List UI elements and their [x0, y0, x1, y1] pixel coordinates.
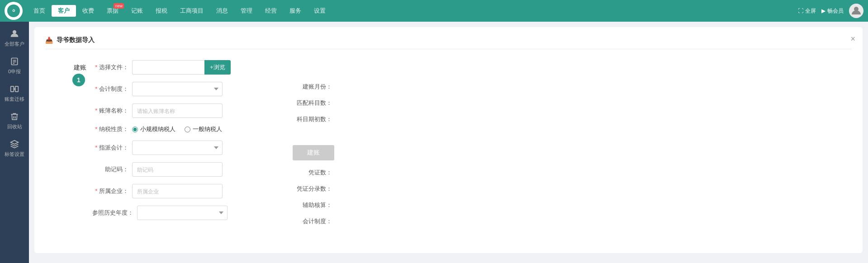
- vip-icon: ▶: [821, 8, 825, 14]
- nav-item-billing[interactable]: 收费: [76, 5, 100, 17]
- radio-general-input[interactable]: [185, 127, 190, 132]
- nav-item-invoice[interactable]: 票据 new: [100, 5, 125, 17]
- file-text-input[interactable]: [132, 60, 204, 75]
- person-icon: [9, 29, 19, 39]
- build-label: 建账: [74, 60, 86, 72]
- nav-item-business[interactable]: 工商项目: [174, 5, 210, 17]
- radio-group: 小规模纳税人 一般纳税人: [132, 125, 222, 133]
- new-badge: new: [114, 3, 124, 9]
- auxiliary-row: 辅助核算：: [291, 201, 336, 209]
- tax-type-row: 纳税性质： 小规模纳税人 一般纳税人: [92, 125, 264, 133]
- memo-row: 助记码：: [92, 162, 264, 177]
- nav-item-message[interactable]: 消息: [210, 5, 234, 17]
- dialog-header: 📥 导爷数据导入: [45, 36, 852, 49]
- accounting-system-row: 会计制度：: [92, 82, 264, 96]
- nav-item-customer[interactable]: 客户: [52, 5, 76, 17]
- main-content: 📥 导爷数据导入 × 建账 1 选择文件：: [29, 22, 868, 263]
- company-row: 所属企业：: [92, 184, 264, 198]
- sidebar-item-tag[interactable]: 标签设置: [0, 136, 29, 161]
- tag-icon: [9, 139, 19, 149]
- accountant-row: 指派会计：: [92, 141, 264, 155]
- auxiliary-label: 辅助核算：: [291, 201, 332, 209]
- dialog-title: 导爷数据导入: [57, 36, 95, 44]
- nav-item-account[interactable]: 记账: [125, 5, 149, 17]
- company-input[interactable]: [132, 184, 223, 198]
- sidebar-item-report[interactable]: 0申报: [0, 53, 29, 79]
- file-label: 选择文件：: [92, 63, 128, 71]
- tax-type-label: 纳税性质：: [92, 125, 128, 133]
- subject-initial-label: 科目期初数：: [291, 115, 332, 123]
- sidebar-item-migrate[interactable]: 账套迁移: [0, 80, 29, 106]
- accountant-label: 指派会计：: [92, 144, 128, 152]
- vip-button[interactable]: ▶ 畅会员: [821, 7, 844, 15]
- radio-small-input[interactable]: [132, 127, 138, 132]
- account-name-label: 账簿名称：: [92, 107, 128, 115]
- form-left: 选择文件： +浏览 会计制度：: [92, 60, 264, 220]
- nav-item-settings[interactable]: 设置: [308, 5, 332, 17]
- file-input-wrapper: +浏览: [132, 60, 231, 75]
- sidebar: 全部客户 0申报 账套迁移 回收站 标签设置: [0, 22, 29, 263]
- nav-item-tax[interactable]: 报税: [149, 5, 174, 17]
- history-year-label: 参照历史年度：: [92, 209, 133, 217]
- memo-label: 助记码：: [92, 165, 128, 174]
- accounting-system-label: 会计制度：: [92, 85, 128, 93]
- svg-point-3: [13, 30, 16, 34]
- radio-general-label: 一般纳税人: [193, 125, 222, 133]
- accountant-select[interactable]: [132, 141, 223, 155]
- memo-input[interactable]: [132, 162, 223, 177]
- nav-items: 首页 客户 收费 票据 new 记账 报税 工商项目 消息 管理 经营 服务 设…: [27, 5, 798, 17]
- history-year-select[interactable]: [137, 206, 228, 220]
- build-section: 建账 1 选择文件： +浏览: [72, 60, 264, 225]
- match-subject-label: 匹配科目数：: [291, 99, 332, 107]
- form-layout: 建账 1 选择文件： +浏览: [45, 60, 852, 225]
- browse-button[interactable]: +浏览: [204, 60, 231, 75]
- file-row: 选择文件： +浏览: [92, 60, 264, 75]
- avatar[interactable]: [849, 4, 863, 18]
- sidebar-item-trash[interactable]: 回收站: [0, 108, 29, 134]
- history-year-row: 参照历史年度：: [92, 206, 264, 220]
- voucher-entry-row: 凭证分录数：: [291, 185, 336, 193]
- sidebar-item-all-customers[interactable]: 全部客户: [0, 25, 29, 51]
- voucher-count-label: 凭证数：: [291, 169, 332, 177]
- voucher-count-row: 凭证数：: [291, 169, 336, 177]
- build-btn-row: 建账: [291, 136, 336, 160]
- layout: 全部客户 0申报 账套迁移 回收站 标签设置: [0, 22, 868, 263]
- subject-initial-row: 科目期初数：: [291, 115, 336, 123]
- account-name-input[interactable]: [132, 103, 223, 118]
- company-label: 所属企业：: [92, 187, 128, 195]
- build-button[interactable]: 建账: [293, 145, 334, 160]
- nav-item-service[interactable]: 服务: [283, 5, 308, 17]
- radio-small-label: 小规模纳税人: [140, 125, 175, 133]
- match-subject-row: 匹配科目数：: [291, 99, 336, 107]
- fullscreen-button[interactable]: ⛶ 全屏: [798, 7, 816, 15]
- fullscreen-icon: ⛶: [798, 8, 803, 14]
- history-year-select-wrapper: [137, 206, 228, 220]
- nav-item-manage[interactable]: 管理: [234, 5, 259, 17]
- build-month-row: 建账月份：: [291, 83, 336, 91]
- accountant-select-wrapper: [132, 141, 223, 155]
- svg-rect-8: [11, 86, 14, 92]
- voucher-entry-label: 凭证分录数：: [291, 185, 332, 193]
- close-button[interactable]: ×: [850, 34, 855, 44]
- logo: ✿: [5, 2, 23, 20]
- dialog-card: 📥 导爷数据导入 × 建账 1 选择文件：: [34, 27, 863, 253]
- nav-item-home[interactable]: 首页: [27, 5, 52, 17]
- radio-general[interactable]: 一般纳税人: [185, 125, 222, 133]
- trash-icon: [9, 112, 19, 122]
- radio-small-scale[interactable]: 小规模纳税人: [132, 125, 175, 133]
- right-accounting-system-row: 会计制度：: [291, 217, 336, 225]
- accounting-system-select-wrapper: [132, 82, 223, 96]
- account-name-row: 账簿名称：: [92, 103, 264, 118]
- migrate-icon: [9, 84, 19, 94]
- nav-item-operation[interactable]: 经营: [259, 5, 283, 17]
- right-panel: 建账月份： 匹配科目数： 科目期初数： 建账 凭证: [282, 60, 336, 225]
- step-badge: 1: [72, 74, 85, 86]
- import-icon: 📥: [45, 37, 53, 44]
- top-nav: ✿ 首页 客户 收费 票据 new 记账 报税 工商项目 消息 管理 经营 服务…: [0, 0, 868, 22]
- accounting-system-select[interactable]: [132, 82, 223, 96]
- svg-text:✿: ✿: [12, 8, 15, 13]
- build-month-label: 建账月份：: [291, 83, 332, 91]
- report-icon: [9, 56, 19, 66]
- right-accounting-system-label: 会计制度：: [291, 217, 332, 225]
- nav-right: ⛶ 全屏 ▶ 畅会员: [798, 4, 863, 18]
